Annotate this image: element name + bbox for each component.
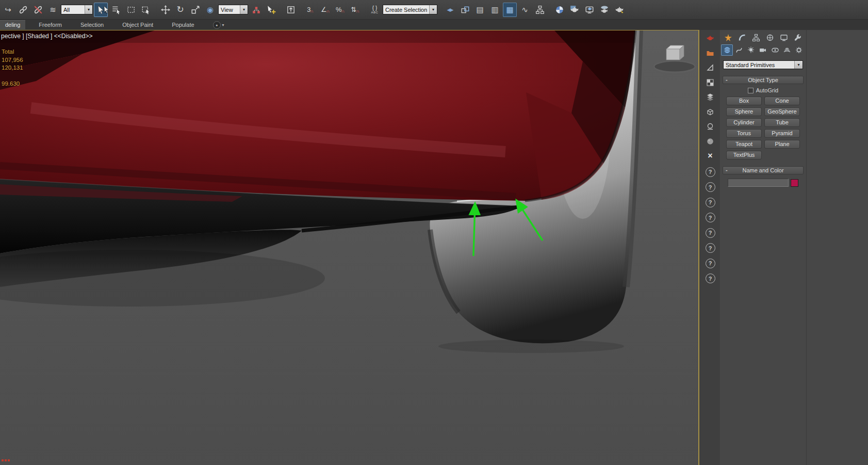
measure-button[interactable] bbox=[704, 62, 716, 73]
ribbon-tab-modeling[interactable]: deling bbox=[0, 20, 25, 29]
manipulate-icon bbox=[267, 5, 276, 14]
ribbon-tab-freeform[interactable]: Freeform bbox=[34, 20, 67, 29]
script-help-button[interactable]: ? bbox=[706, 243, 715, 253]
utilities-tab[interactable] bbox=[792, 32, 804, 43]
create-tab[interactable] bbox=[722, 32, 734, 43]
ribbon-config-button[interactable]: ● ▾ bbox=[213, 21, 224, 29]
object-name-input[interactable] bbox=[728, 179, 789, 187]
material-sphere-icon bbox=[555, 5, 564, 14]
script-help-button[interactable]: ? bbox=[706, 274, 715, 283]
spacewarps-category[interactable] bbox=[781, 44, 793, 56]
coordinate-system-dropdown[interactable]: View ▾ bbox=[218, 5, 248, 14]
unlink-selection-button[interactable] bbox=[31, 3, 45, 17]
modify-tab[interactable] bbox=[736, 32, 748, 43]
mirror-button[interactable]: ◀▶ bbox=[443, 3, 457, 17]
viewport-label[interactable]: pective ] [Shaded ] <<Disabled>> bbox=[1, 33, 92, 40]
select-and-manipulate-button[interactable] bbox=[264, 3, 278, 17]
curve-editor-button[interactable]: ∿ bbox=[518, 3, 532, 17]
snaps-toggle-button[interactable]: 3 ∩ bbox=[303, 3, 317, 17]
object-color-swatch[interactable] bbox=[791, 179, 798, 187]
helpers-tape-icon bbox=[771, 46, 779, 54]
teapot-button[interactable]: Teapot bbox=[726, 140, 762, 149]
ribbon-tab-selection[interactable]: Selection bbox=[75, 20, 109, 29]
hierarchy-tab[interactable] bbox=[750, 32, 762, 43]
torus-button[interactable]: Torus bbox=[726, 129, 762, 138]
close-toolbar-button[interactable]: × bbox=[704, 150, 716, 162]
motion-tab[interactable] bbox=[764, 32, 776, 43]
rendered-frame-button[interactable] bbox=[582, 3, 596, 17]
keyboard-override-button[interactable] bbox=[284, 3, 298, 17]
perspective-viewport[interactable]: pective ] [Shaded ] <<Disabled>> Total 1… bbox=[0, 30, 699, 465]
redo-button[interactable]: ↪ bbox=[1, 3, 15, 17]
render-in-cloud-button[interactable] bbox=[597, 3, 611, 17]
rendered-frame-icon bbox=[585, 5, 594, 14]
autogrid-checkbox[interactable] bbox=[748, 88, 754, 93]
ribbon-tab-object-paint[interactable]: Object Paint bbox=[117, 20, 158, 29]
checker-map-button[interactable] bbox=[704, 77, 716, 88]
collapse-toggle[interactable]: - bbox=[726, 76, 728, 83]
sphere-button[interactable]: Sphere bbox=[726, 107, 762, 116]
select-and-link-button[interactable] bbox=[16, 3, 30, 17]
script-help-button[interactable]: ? bbox=[706, 182, 715, 192]
named-selection-sets-dropdown[interactable]: Create Selection Se ▾ bbox=[383, 5, 437, 14]
percent-snap-button[interactable]: % ∩ bbox=[333, 3, 347, 17]
collapse-toggle[interactable]: - bbox=[726, 167, 728, 173]
script-help-button[interactable]: ? bbox=[706, 198, 715, 207]
script-help-button[interactable]: ? bbox=[706, 259, 715, 268]
render-setup-button[interactable] bbox=[567, 3, 581, 17]
geometry-sphere-icon bbox=[723, 46, 731, 54]
command-panel-tabs bbox=[720, 31, 806, 44]
scene-explorer-button[interactable]: ▤ bbox=[473, 3, 487, 17]
material-editor-button[interactable] bbox=[552, 3, 566, 17]
lights-category[interactable] bbox=[745, 44, 757, 56]
schematic-view-button[interactable] bbox=[533, 3, 547, 17]
name-color-rollout-header[interactable]: - Name and Color bbox=[723, 166, 804, 174]
geometry-class-dropdown[interactable]: Standard Primitives ▾ bbox=[723, 60, 803, 69]
select-by-name-icon bbox=[111, 5, 121, 14]
box-button[interactable]: Box bbox=[726, 97, 762, 105]
render-teapot-button[interactable] bbox=[704, 33, 716, 44]
layers-button[interactable] bbox=[704, 91, 716, 103]
object-type-rollout-header[interactable]: - Object Type bbox=[723, 76, 804, 84]
render-production-button[interactable] bbox=[612, 3, 626, 17]
cone-button[interactable]: Cone bbox=[764, 97, 800, 105]
ribbon-toggle-button[interactable]: ▦ bbox=[503, 3, 517, 17]
pyramid-button[interactable]: Pyramid bbox=[764, 129, 800, 138]
cylinder-button[interactable]: Cylinder bbox=[726, 118, 762, 127]
bind-to-spacewarp-button[interactable]: ≋ bbox=[46, 3, 60, 17]
window-crossing-button[interactable] bbox=[139, 3, 153, 17]
sphere-stand-button[interactable] bbox=[704, 121, 716, 132]
box-mode-button[interactable] bbox=[704, 106, 716, 118]
close-icon: × bbox=[708, 151, 712, 161]
edit-named-selections-button[interactable]: { } ABC bbox=[368, 3, 382, 17]
display-tab[interactable] bbox=[778, 32, 790, 43]
cameras-category[interactable] bbox=[757, 44, 769, 56]
textplus-button[interactable]: TextPlus bbox=[726, 151, 762, 159]
script-help-button[interactable]: ? bbox=[706, 213, 715, 222]
geosphere-button[interactable]: GeoSphere bbox=[764, 107, 800, 116]
rectangular-selection-button[interactable] bbox=[124, 3, 138, 17]
systems-category[interactable] bbox=[793, 44, 805, 56]
align-button[interactable] bbox=[458, 3, 472, 17]
selection-filter-dropdown[interactable]: All ▾ bbox=[61, 5, 93, 14]
use-pivot-center-button[interactable] bbox=[249, 3, 263, 17]
plane-button[interactable]: Plane bbox=[764, 140, 800, 149]
angle-snap-button[interactable]: ∠ ∩ bbox=[318, 3, 332, 17]
layer-explorer-button[interactable]: ▥ bbox=[488, 3, 502, 17]
select-and-place-button[interactable]: ◉ bbox=[203, 3, 217, 17]
select-and-scale-button[interactable] bbox=[188, 3, 202, 17]
script-help-button[interactable]: ? bbox=[706, 228, 715, 238]
spinner-snap-button[interactable]: ⇅ ∩ bbox=[348, 3, 362, 17]
helpers-category[interactable] bbox=[769, 44, 781, 56]
shapes-category[interactable] bbox=[733, 44, 745, 56]
select-and-move-button[interactable] bbox=[158, 3, 172, 17]
open-folder-button[interactable] bbox=[704, 47, 716, 59]
script-help-button[interactable]: ? bbox=[706, 167, 715, 177]
geometry-category[interactable] bbox=[721, 44, 733, 56]
select-by-name-button[interactable] bbox=[109, 3, 123, 17]
tube-button[interactable]: Tube bbox=[764, 118, 800, 127]
shaded-sphere-button[interactable] bbox=[704, 136, 716, 147]
ribbon-tab-populate[interactable]: Populate bbox=[167, 20, 199, 29]
viewport-canvas[interactable] bbox=[0, 30, 698, 465]
select-and-rotate-button[interactable]: ↻ bbox=[173, 3, 187, 17]
